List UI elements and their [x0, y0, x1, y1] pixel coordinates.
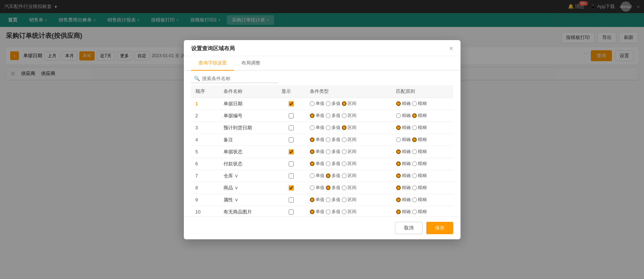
- match-fuzzy-radio[interactable]: [412, 137, 417, 142]
- type-range-radio[interactable]: [342, 125, 347, 130]
- match-fuzzy-label[interactable]: 模糊: [412, 113, 427, 119]
- type-single-label[interactable]: 单值: [310, 173, 324, 179]
- search-input[interactable]: [202, 76, 275, 81]
- type-range-radio[interactable]: [342, 113, 347, 118]
- type-multi-radio[interactable]: [326, 161, 331, 166]
- type-range-radio[interactable]: [342, 101, 347, 106]
- match-fuzzy-label[interactable]: 模糊: [412, 161, 427, 167]
- match-fuzzy-radio[interactable]: [412, 209, 417, 214]
- type-single-radio[interactable]: [310, 161, 315, 166]
- save-button[interactable]: 保存: [426, 222, 453, 234]
- show-checkbox[interactable]: [289, 161, 294, 166]
- match-exact-radio[interactable]: [396, 197, 401, 202]
- type-range-label[interactable]: 区间: [342, 185, 356, 191]
- match-exact-radio[interactable]: [396, 173, 401, 178]
- type-multi-label[interactable]: 多值: [326, 197, 340, 203]
- type-multi-radio[interactable]: [326, 113, 331, 118]
- match-fuzzy-radio[interactable]: [412, 161, 417, 166]
- match-exact-label[interactable]: 精确: [396, 173, 411, 179]
- type-multi-radio[interactable]: [326, 101, 331, 106]
- show-checkbox[interactable]: [289, 149, 294, 154]
- match-fuzzy-label[interactable]: 模糊: [412, 209, 427, 215]
- type-range-label[interactable]: 区间: [342, 197, 356, 203]
- match-exact-radio[interactable]: [396, 101, 401, 106]
- type-multi-radio[interactable]: [326, 137, 331, 142]
- match-exact-label[interactable]: 精确: [396, 101, 411, 107]
- type-range-label[interactable]: 区间: [342, 125, 356, 131]
- type-single-radio[interactable]: [310, 185, 315, 190]
- type-single-radio[interactable]: [310, 137, 315, 142]
- cancel-button[interactable]: 取消: [395, 222, 423, 234]
- match-fuzzy-label[interactable]: 模糊: [412, 173, 427, 179]
- type-single-radio[interactable]: [310, 149, 315, 154]
- type-single-label[interactable]: 单值: [310, 137, 324, 143]
- match-exact-label[interactable]: 精确: [396, 161, 411, 167]
- type-multi-label[interactable]: 多值: [326, 101, 340, 107]
- type-single-label[interactable]: 单值: [310, 197, 324, 203]
- match-fuzzy-radio[interactable]: [412, 173, 417, 178]
- type-multi-radio[interactable]: [326, 197, 331, 202]
- show-checkbox[interactable]: [289, 113, 294, 118]
- match-exact-label[interactable]: 精确: [396, 149, 411, 155]
- show-checkbox[interactable]: [289, 173, 294, 178]
- match-exact-radio[interactable]: [396, 185, 401, 190]
- match-fuzzy-radio[interactable]: [412, 113, 417, 118]
- show-checkbox[interactable]: [289, 185, 294, 190]
- show-checkbox[interactable]: [289, 125, 294, 130]
- match-fuzzy-label[interactable]: 模糊: [412, 137, 427, 143]
- match-fuzzy-radio[interactable]: [412, 101, 417, 106]
- match-exact-radio[interactable]: [396, 125, 401, 130]
- dialog-tab-query[interactable]: 查询字段设置: [191, 56, 234, 71]
- type-single-radio[interactable]: [310, 125, 315, 130]
- type-single-label[interactable]: 单值: [310, 113, 324, 119]
- show-checkbox[interactable]: [289, 197, 294, 203]
- type-single-radio[interactable]: [310, 101, 315, 106]
- type-single-label[interactable]: 单值: [310, 149, 324, 155]
- type-range-radio[interactable]: [342, 173, 347, 178]
- match-fuzzy-label[interactable]: 模糊: [412, 197, 427, 203]
- type-range-radio[interactable]: [342, 137, 347, 142]
- match-fuzzy-label[interactable]: 模糊: [412, 125, 427, 131]
- type-range-label[interactable]: 区间: [342, 209, 356, 215]
- match-exact-label[interactable]: 精确: [396, 209, 411, 215]
- type-multi-label[interactable]: 多值: [326, 137, 340, 143]
- type-single-radio[interactable]: [310, 113, 315, 118]
- show-checkbox[interactable]: [289, 101, 294, 106]
- type-single-label[interactable]: 单值: [310, 185, 324, 191]
- type-range-label[interactable]: 区间: [342, 149, 356, 155]
- match-fuzzy-label[interactable]: 模糊: [412, 185, 427, 191]
- match-fuzzy-label[interactable]: 模糊: [412, 101, 427, 107]
- type-multi-radio[interactable]: [326, 185, 331, 190]
- match-fuzzy-radio[interactable]: [412, 185, 417, 190]
- match-exact-label[interactable]: 精确: [396, 125, 411, 131]
- type-multi-label[interactable]: 多值: [326, 173, 340, 179]
- match-exact-label[interactable]: 精确: [396, 197, 411, 203]
- show-checkbox[interactable]: [289, 137, 294, 142]
- match-exact-label[interactable]: 精确: [396, 113, 411, 119]
- type-multi-radio[interactable]: [326, 209, 331, 214]
- type-range-label[interactable]: 区间: [342, 113, 356, 119]
- match-exact-label[interactable]: 精确: [396, 185, 411, 191]
- type-multi-label[interactable]: 多值: [326, 185, 340, 191]
- match-exact-radio[interactable]: [396, 161, 401, 166]
- match-exact-radio[interactable]: [396, 209, 401, 214]
- type-range-label[interactable]: 区间: [342, 101, 356, 107]
- type-single-label[interactable]: 单值: [310, 125, 324, 131]
- type-single-label[interactable]: 单值: [310, 209, 324, 215]
- match-fuzzy-radio[interactable]: [412, 125, 417, 130]
- dialog-close-button[interactable]: ×: [449, 45, 453, 52]
- type-multi-label[interactable]: 多值: [326, 161, 340, 167]
- type-multi-radio[interactable]: [326, 149, 331, 154]
- type-range-label[interactable]: 区间: [342, 161, 356, 167]
- type-range-radio[interactable]: [342, 197, 347, 202]
- type-multi-label[interactable]: 多值: [326, 125, 340, 131]
- match-exact-radio[interactable]: [396, 113, 401, 118]
- match-exact-radio[interactable]: [396, 149, 401, 154]
- type-multi-label[interactable]: 多值: [326, 149, 340, 155]
- type-multi-radio[interactable]: [326, 173, 331, 178]
- type-multi-label[interactable]: 多值: [326, 209, 340, 215]
- match-exact-label[interactable]: 精确: [396, 137, 411, 143]
- type-range-label[interactable]: 区间: [342, 137, 356, 143]
- type-range-radio[interactable]: [342, 149, 347, 154]
- type-single-label[interactable]: 单值: [310, 161, 324, 167]
